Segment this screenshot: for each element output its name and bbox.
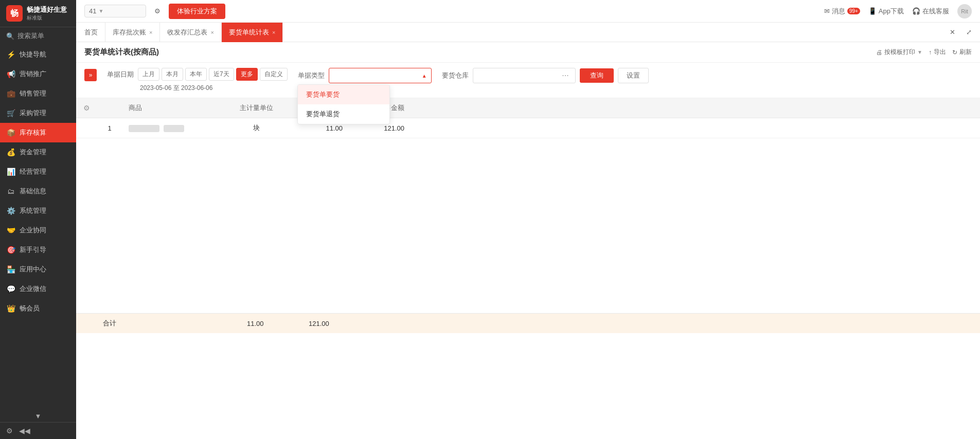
footer-amount-value: 121.00 [309,320,329,327]
operations-icon: 📊 [6,168,15,176]
logo-text: 畅捷通好生意 标准版 [27,6,67,21]
order-type-select[interactable]: ▲ [329,68,432,83]
last7days-btn[interactable]: 近7天 [209,68,234,81]
logo-sub-text: 标准版 [27,14,67,21]
sidebar-item-label: 销售管理 [20,89,46,98]
sidebar-item-quick-nav[interactable]: ⚡ 快捷导航 [0,45,76,64]
date-range-display: 2023-05-06 至 2023-06-06 [140,84,212,93]
sidebar-scroll-down[interactable]: ▼ [0,410,76,422]
query-button[interactable]: 查询 [580,68,614,83]
footer-amount: 121.00 [309,320,329,327]
sidebar-search[interactable]: 🔍 搜索菜单 [0,27,76,45]
sidebar-item-member[interactable]: 👑 畅会员 [0,299,76,318]
user-avatar[interactable]: Rit [957,4,972,19]
tab-order-stats[interactable]: 要货单统计表 × [222,23,283,42]
sidebar-item-purchase[interactable]: 🛒 采购管理 [0,103,76,123]
sidebar-item-label: 畅会员 [20,304,40,313]
page-header: 要货单统计表(按商品) 🖨 按模板打印 ▼ ↑ 导出 ↻ 刷新 [76,42,980,63]
export-label: 导出 [934,48,946,57]
basic-icon: 🗂 [6,187,15,195]
sidebar-item-wechat[interactable]: 💬 企业微信 [0,279,76,299]
sidebar-item-inventory[interactable]: 📦 库存核算 [0,123,76,142]
enterprise-icon: 🤝 [6,226,15,234]
footer-quantity-value: 11.00 [247,320,264,327]
appstore-icon: 🏪 [6,265,15,273]
print-button[interactable]: 🖨 按模板打印 ▼ [876,48,922,57]
topbar-gear-button[interactable]: ⚙ [150,4,165,19]
sidebar-nav: ⚡ 快捷导航 📢 营销推广 💼 销售管理 🛒 采购管理 📦 库存核算 💰 资金管… [0,45,76,410]
dropdown-item-request[interactable]: 要货单要货 [298,85,389,104]
data-table: ⚙ 商品 主计量单位 主数量 零售金额 1 [76,98,980,138]
sidebar-item-label: 营销推广 [20,69,46,79]
page-inner: 要货单统计表(按商品) 🖨 按模板打印 ▼ ↑ 导出 ↻ 刷新 [76,42,980,439]
online-service-label: 在线客服 [922,7,949,16]
settings-icon[interactable]: ⚙ [6,427,13,435]
app-download-label: App下载 [879,7,904,16]
sidebar-item-system[interactable]: ⚙️ 系统管理 [0,201,76,221]
sidebar-item-appstore[interactable]: 🏪 应用中心 [0,260,76,279]
collapse-icon[interactable]: ◀◀ [19,427,30,435]
messages-button[interactable]: ✉ 消息 99+ [824,7,860,16]
footer-total-label: 合计 [103,319,116,327]
tab-home-label: 首页 [84,28,98,37]
sidebar-item-marketing[interactable]: 📢 营销推广 [0,64,76,84]
messages-badge: 99+ [847,8,860,14]
expand-filter-button[interactable]: » [84,69,97,81]
sidebar-item-label: 采购管理 [20,108,46,118]
sidebar-item-operations[interactable]: 📊 经营管理 [0,162,76,181]
chevron-down-icon: ▼ [917,49,922,55]
sidebar-item-label: 库存核算 [20,128,46,137]
tab-order-close[interactable]: × [272,29,275,35]
page-content: 要货单统计表(按商品) 🖨 按模板打印 ▼ ↑ 导出 ↻ 刷新 [76,42,980,439]
table-container: ⚙ 商品 主计量单位 主数量 零售金额 1 [76,98,980,138]
sidebar-item-label: 快捷导航 [20,50,46,59]
tab-home[interactable]: 首页 [80,23,105,42]
warehouse-select[interactable]: ··· [473,68,576,83]
main-content: 41 ▼ ⚙ 体验行业方案 ✉ 消息 99+ 📱 App下载 🎧 在线客服 [76,0,980,439]
col-settings: ⚙ [76,98,97,118]
more-dates-btn[interactable]: 更多 [236,68,258,81]
footer-label: 合计 [82,319,247,328]
product-placeholder2 [164,125,184,132]
refresh-button[interactable]: ↻ 刷新 [952,48,972,57]
sidebar-item-guide[interactable]: 🎯 新手引导 [0,240,76,260]
sidebar-item-sales[interactable]: 💼 销售管理 [0,84,76,103]
tab-batch-close[interactable]: × [149,29,152,35]
tab-expand-button[interactable]: ⤢ [961,25,976,40]
page-title: 要货单统计表(按商品) [84,47,159,57]
sidebar-item-enterprise[interactable]: 🤝 企业协同 [0,221,76,240]
last-month-btn[interactable]: 上月 [138,68,159,81]
purchase-icon: 🛒 [6,109,15,117]
tab-collect-close[interactable]: × [210,29,213,35]
export-button[interactable]: ↑ 导出 [929,48,946,57]
row-extra [411,118,980,138]
expand-icon: ⤢ [966,28,972,36]
dropdown-item-label: 要货单要货 [306,90,340,98]
tab-batch-account[interactable]: 库存批次账 × [105,23,160,42]
custom-btn[interactable]: 自定义 [260,68,288,81]
sidebar-item-basic[interactable]: 🗂 基础信息 [0,181,76,201]
dropdown-item-label: 要货单退货 [306,110,340,118]
col-seq [97,98,122,118]
column-settings-icon[interactable]: ⚙ [83,104,90,112]
dropdown-item-return[interactable]: 要货单退货 [298,104,389,124]
sidebar-item-finance[interactable]: 💰 资金管理 [0,142,76,162]
sidebar-item-label: 资金管理 [20,148,46,157]
app-download-button[interactable]: 📱 App下载 [868,7,904,16]
store-selector[interactable]: 41 ▼ [84,5,146,17]
warehouse-label: 要货仓库 [442,71,469,80]
date-filter-label: 单据日期 [107,70,134,79]
this-year-btn[interactable]: 本年 [185,68,207,81]
sidebar-item-label: 经营管理 [20,167,46,176]
trial-button[interactable]: 体验行业方案 [169,4,225,19]
tab-actions: ✕ ⤢ [945,25,976,40]
settings-button[interactable]: 设置 [618,68,649,83]
filter-type-group: 单据类型 ▲ 要货仓库 ··· 查询 设置 [298,68,972,83]
online-service-button[interactable]: 🎧 在线客服 [912,7,949,16]
tab-close-all-button[interactable]: ✕ [945,25,959,40]
avatar-image: Rit [957,4,972,19]
tab-collect-summary[interactable]: 收发存汇总表 × [160,23,221,42]
sidebar-bottom: ⚙ ◀◀ [0,422,76,439]
this-month-btn[interactable]: 本月 [162,68,183,81]
more-icon[interactable]: ··· [560,71,571,80]
